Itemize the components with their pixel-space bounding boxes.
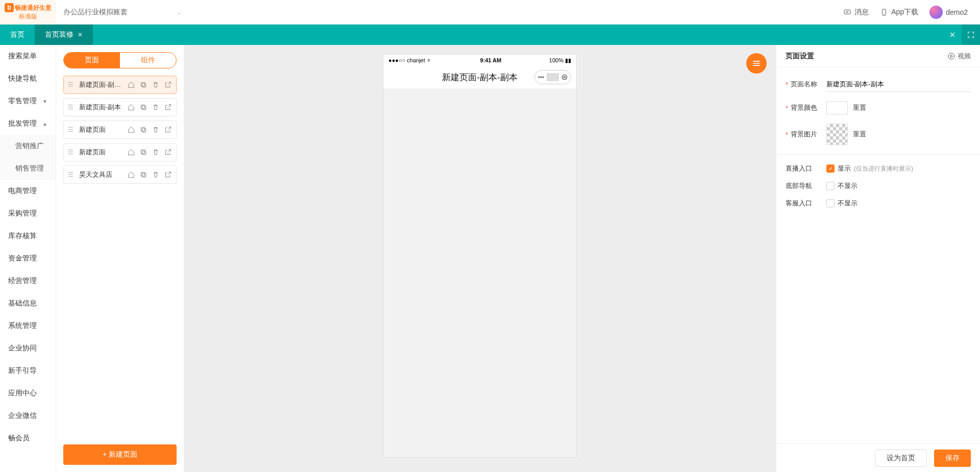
caret-down-icon: ▼ xyxy=(42,99,47,104)
miniprogram-capsule[interactable] xyxy=(534,70,571,84)
sidebar-item-ecommerce[interactable]: 电商管理 xyxy=(0,180,56,202)
drag-handle-icon[interactable]: ☰ xyxy=(68,171,75,178)
brand-logo[interactable]: b 畅捷通好生意 标准版 xyxy=(0,0,56,25)
set-home-button[interactable]: 设为首页 xyxy=(875,450,927,467)
share-icon[interactable] xyxy=(164,171,172,179)
page-row[interactable]: ☰ 昊天文具店 xyxy=(63,166,177,184)
page-name-input[interactable] xyxy=(826,77,971,92)
canvas: ●●●○○ chanjet ᯤ 9:41 AM 100% ▮▮ 新建页面-副本-… xyxy=(184,45,776,472)
svg-point-14 xyxy=(543,77,544,78)
delete-icon[interactable] xyxy=(152,126,160,134)
sidebar-item-funds[interactable]: 资金管理 xyxy=(0,247,56,270)
sidebar-item-label: 企业微信 xyxy=(8,411,37,420)
sidebar-item-purchase[interactable]: 采购管理 xyxy=(0,202,56,225)
bgimg-swatch[interactable] xyxy=(826,124,848,145)
bgcolor-swatch[interactable] xyxy=(826,101,848,114)
sidebar-item-marketing[interactable]: 营销推广 xyxy=(0,135,56,157)
svg-rect-6 xyxy=(142,128,145,132)
page-row[interactable]: ☰ 新建页面 xyxy=(63,143,177,161)
app-download-button[interactable]: App下载 xyxy=(880,8,918,17)
sidebar-item-label: 批发管理 xyxy=(8,119,37,128)
floating-menu-button[interactable] xyxy=(746,53,767,74)
service-checkbox[interactable] xyxy=(826,199,835,207)
svg-point-17 xyxy=(948,53,954,59)
share-icon[interactable] xyxy=(164,148,172,156)
copy-icon[interactable] xyxy=(139,126,148,134)
drag-handle-icon[interactable]: ☰ xyxy=(68,81,75,88)
segment-page[interactable]: 页面 xyxy=(64,53,120,68)
tab-home[interactable]: 首页 xyxy=(0,25,35,45)
bottomnav-checkbox[interactable] xyxy=(826,182,835,190)
sidebar-item-wholesale[interactable]: 批发管理▲ xyxy=(0,112,56,135)
copy-icon[interactable] xyxy=(139,81,148,89)
reset-bgimg-button[interactable]: 重置 xyxy=(853,130,866,139)
svg-point-13 xyxy=(541,77,542,78)
field-label-live: 直播入口 xyxy=(786,164,826,173)
home-icon[interactable] xyxy=(127,81,135,89)
copy-icon[interactable] xyxy=(139,148,148,156)
sidebar-item-search[interactable]: 搜索菜单 xyxy=(0,45,56,67)
share-icon[interactable] xyxy=(164,81,172,89)
delete-icon[interactable] xyxy=(152,148,160,156)
reset-bgcolor-button[interactable]: 重置 xyxy=(853,103,866,112)
sidebar-item-retail[interactable]: 零售管理▼ xyxy=(0,90,56,112)
delete-icon[interactable] xyxy=(152,171,160,179)
page-list: ☰ 新建页面-副本-... ☰ 新建页面-副本 ☰ 新建页面 xyxy=(63,76,177,184)
tabstrip-fullscreen-button[interactable] xyxy=(962,25,980,45)
new-page-button[interactable]: + 新建页面 xyxy=(63,444,177,465)
copy-icon[interactable] xyxy=(139,103,148,111)
home-icon[interactable] xyxy=(127,126,135,134)
sidebar-item-collab[interactable]: 企业协同 xyxy=(0,337,56,360)
home-icon[interactable] xyxy=(127,148,135,156)
share-icon[interactable] xyxy=(164,126,172,134)
sidebar-item-label: 系统管理 xyxy=(8,321,37,331)
messages-button[interactable]: 消息 xyxy=(843,8,869,17)
tab-label: 首页装修 xyxy=(45,30,74,39)
page-row-name: 昊天文具店 xyxy=(79,170,123,179)
close-icon xyxy=(948,31,957,39)
delete-icon[interactable] xyxy=(152,81,160,89)
drag-handle-icon[interactable]: ☰ xyxy=(68,104,75,111)
sidebar-item-label: 快捷导航 xyxy=(8,74,37,83)
close-icon[interactable]: ✕ xyxy=(78,31,83,38)
home-icon[interactable] xyxy=(127,171,135,179)
sidebar-item-stock[interactable]: 库存核算 xyxy=(0,225,56,247)
tab-page-decoration[interactable]: 首页装修 ✕ xyxy=(35,25,93,45)
user-menu[interactable]: demo2 xyxy=(929,6,968,19)
sidebar-item-guide[interactable]: 新手引导 xyxy=(0,360,56,382)
sidebar-item-quicknav[interactable]: 快捷导航 xyxy=(0,67,56,90)
tab-strip: 首页 首页装修 ✕ xyxy=(0,25,980,45)
drag-handle-icon[interactable]: ☰ xyxy=(68,149,75,156)
tabstrip-close-button[interactable] xyxy=(943,25,962,45)
home-icon[interactable] xyxy=(127,103,135,111)
drag-handle-icon[interactable]: ☰ xyxy=(68,126,75,133)
sidebar-item-appcenter[interactable]: 应用中心 xyxy=(0,382,56,405)
video-help-button[interactable]: 视频 xyxy=(947,52,971,61)
live-checkbox-label: 显示 xyxy=(838,164,851,173)
save-button[interactable]: 保存 xyxy=(934,450,971,467)
sidebar-item-label: 搜索菜单 xyxy=(8,52,37,61)
sidebar-item-wechat[interactable]: 企业微信 xyxy=(0,405,56,427)
copy-icon[interactable] xyxy=(139,171,148,179)
share-icon[interactable] xyxy=(164,103,172,111)
sidebar-item-sales[interactable]: 销售管理 xyxy=(0,157,56,180)
page-row[interactable]: ☰ 新建页面-副本 xyxy=(63,98,177,116)
live-hint: (仅当进行直播时展示) xyxy=(854,164,913,173)
page-row[interactable]: ☰ 新建页面 xyxy=(63,121,177,139)
capsule-close-button[interactable] xyxy=(559,73,571,81)
phone-status-bar: ●●●○○ chanjet ᯤ 9:41 AM 100% ▮▮ xyxy=(383,55,576,66)
capsule-more-button[interactable] xyxy=(535,73,547,81)
page-row[interactable]: ☰ 新建页面-副本-... xyxy=(63,76,177,94)
brand-edition: 标准版 xyxy=(19,12,37,21)
segment-component[interactable]: 组件 xyxy=(120,53,176,68)
account-selector[interactable]: 办公品行业模拟账套 ⌄ xyxy=(56,8,189,17)
delete-icon[interactable] xyxy=(152,103,160,111)
sidebar-item-member[interactable]: 畅会员 xyxy=(0,427,56,450)
tab-label: 首页 xyxy=(10,30,24,39)
sidebar-item-basicinfo[interactable]: 基础信息 xyxy=(0,292,56,315)
live-checkbox[interactable] xyxy=(826,164,835,173)
svg-rect-5 xyxy=(141,105,144,108)
sidebar-item-system[interactable]: 系统管理 xyxy=(0,315,56,337)
sidebar-item-operation[interactable]: 经营管理 xyxy=(0,270,56,292)
app-download-label: App下载 xyxy=(891,8,918,17)
